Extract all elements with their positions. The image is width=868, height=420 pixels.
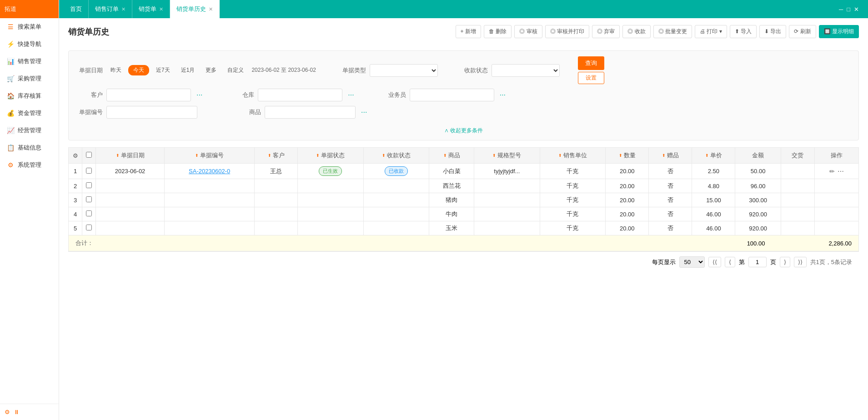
- toolbar-btn-refresh[interactable]: ⟳ 刷新: [789, 25, 816, 38]
- td-customer: [255, 221, 298, 235]
- collapse-btn[interactable]: ∧ 收起更多条件: [444, 127, 483, 135]
- td-checkbox[interactable]: [82, 193, 96, 207]
- tab-close-sales-history[interactable]: ✕: [209, 6, 213, 12]
- doc-number-input[interactable]: [106, 106, 197, 119]
- tab-home[interactable]: 首页: [64, 0, 89, 18]
- toolbar-btn-print[interactable]: 🖨 打印 ▾: [695, 25, 727, 38]
- maximize-icon[interactable]: □: [847, 6, 850, 13]
- td-number[interactable]: [165, 193, 255, 207]
- sidebar-item-sys-mgmt[interactable]: ⚙系统管理: [0, 156, 59, 174]
- sidebar-item-purchase-mgmt[interactable]: 🛒采购管理: [0, 70, 59, 87]
- action-edit-0[interactable]: ✏: [829, 168, 835, 175]
- th-settings[interactable]: ⚙: [69, 148, 82, 164]
- sidebar: 拓道 ☰搜索菜单⚡快捷导航📊销售管理🛒采购管理🏠库存核算💰资金管理📈经营管理📋基…: [0, 0, 59, 420]
- toolbar-btn-abandon[interactable]: ◎ 弃审: [592, 25, 620, 38]
- th-date[interactable]: ⬆单据日期: [96, 148, 165, 164]
- toolbar-btn-import[interactable]: ⬆ 导入: [730, 25, 757, 38]
- warehouse-ellipsis[interactable]: ···: [346, 91, 356, 99]
- customer-input[interactable]: [106, 89, 191, 101]
- td-checkbox[interactable]: [82, 207, 96, 221]
- sidebar-item-inventory[interactable]: 🏠库存核算: [0, 87, 59, 105]
- toolbar-btn-show-detail[interactable]: 🔲 显示明细: [819, 25, 859, 38]
- sidebar-item-operations[interactable]: 📈经营管理: [0, 122, 59, 139]
- next-page-btn[interactable]: ⟩: [780, 257, 790, 267]
- date-options-group: 昨天 今天 近7天 近1月 更多 自定义: [106, 65, 248, 75]
- th-goods[interactable]: ⬆商品: [429, 148, 474, 164]
- toolbar-btn-collect[interactable]: ◎ 收款: [622, 25, 650, 38]
- toolbar-btn-batch-change[interactable]: ◎ 批量变更: [653, 25, 692, 38]
- pause-footer-icon[interactable]: ⏸: [14, 409, 20, 415]
- tab-sales-order[interactable]: 销售订单✕: [89, 0, 132, 18]
- salesperson-input[interactable]: [410, 89, 494, 101]
- doc-link-0[interactable]: SA-20230602-0: [189, 168, 230, 175]
- sidebar-icon-purchase-mgmt: 🛒: [7, 75, 14, 82]
- toolbar-btn-export[interactable]: ⬇ 导出: [759, 25, 786, 38]
- td-qty: 20.00: [606, 193, 649, 207]
- salesperson-ellipsis[interactable]: ···: [498, 91, 507, 99]
- payment-status-select[interactable]: [492, 64, 560, 77]
- row-checkbox-2[interactable]: [86, 196, 92, 202]
- tab-close-sales-goods[interactable]: ✕: [159, 6, 163, 12]
- th-gift[interactable]: ⬆赠品: [649, 148, 692, 164]
- td-number[interactable]: [165, 179, 255, 193]
- row-checkbox-3[interactable]: [86, 210, 92, 216]
- goods-ellipsis[interactable]: ···: [359, 108, 369, 116]
- tab-sales-history[interactable]: 销货单历史✕: [170, 0, 220, 18]
- sidebar-item-search-menu[interactable]: ☰搜索菜单: [0, 18, 59, 35]
- th-unit[interactable]: ⬆销售单位: [540, 148, 606, 164]
- row-checkbox-0[interactable]: [86, 168, 92, 174]
- per-page-select[interactable]: 50 100: [679, 256, 705, 268]
- date-btn-1month[interactable]: 近1月: [177, 65, 199, 75]
- td-checkbox[interactable]: [82, 179, 96, 193]
- page-input[interactable]: [748, 257, 767, 267]
- td-number[interactable]: SA-20230602-0: [165, 164, 255, 179]
- td-number[interactable]: [165, 207, 255, 221]
- th-payment-status[interactable]: ⬆收款状态: [363, 148, 429, 164]
- sidebar-item-quick-nav[interactable]: ⚡快捷导航: [0, 35, 59, 53]
- collapse-row: ∧ 收起更多条件: [75, 123, 852, 135]
- date-btn-today[interactable]: 今天: [128, 65, 149, 75]
- close-window-icon[interactable]: ✕: [854, 6, 859, 13]
- td-qty: 20.00: [606, 221, 649, 235]
- action-more-0[interactable]: ⋯: [838, 168, 844, 175]
- th-price[interactable]: ⬆单价: [692, 148, 735, 164]
- prev-page-btn[interactable]: ⟨: [725, 257, 735, 267]
- tab-close-sales-order[interactable]: ✕: [121, 6, 125, 12]
- th-doc-status[interactable]: ⬆单据状态: [298, 148, 364, 164]
- goods-input[interactable]: [265, 106, 356, 119]
- set-button[interactable]: 设置: [578, 72, 604, 84]
- sidebar-item-finance[interactable]: 💰资金管理: [0, 105, 59, 122]
- first-page-btn[interactable]: ⟨⟨: [708, 257, 721, 267]
- td-checkbox[interactable]: [82, 164, 96, 179]
- warehouse-input[interactable]: [258, 89, 342, 101]
- doc-type-select[interactable]: [370, 64, 438, 77]
- row-checkbox-4[interactable]: [86, 225, 92, 230]
- toolbar-btn-review-print[interactable]: ◎ 审核并打印: [545, 25, 589, 38]
- td-checkbox[interactable]: [82, 221, 96, 235]
- toolbar-btn-review[interactable]: ◎ 审核: [514, 25, 542, 38]
- date-btn-yesterday[interactable]: 昨天: [106, 65, 125, 75]
- sidebar-item-base-info[interactable]: 📋基础信息: [0, 139, 59, 156]
- td-price: 46.00: [692, 221, 735, 235]
- minimize-icon[interactable]: ─: [839, 6, 843, 13]
- th-number[interactable]: ⬆单据编号: [165, 148, 255, 164]
- date-btn-custom[interactable]: 自定义: [223, 65, 248, 75]
- th-qty[interactable]: ⬆数量: [606, 148, 649, 164]
- select-all-checkbox[interactable]: [86, 152, 92, 158]
- row-checkbox-1[interactable]: [86, 182, 92, 188]
- sidebar-item-sales-mgmt[interactable]: 📊销售管理: [0, 53, 59, 70]
- tab-sales-goods[interactable]: 销货单✕: [132, 0, 170, 18]
- settings-footer-icon[interactable]: ⚙: [5, 409, 10, 415]
- th-spec[interactable]: ⬆规格型号: [474, 148, 540, 164]
- toolbar-btn-delete[interactable]: 🗑 删除: [484, 25, 512, 38]
- td-number[interactable]: [165, 221, 255, 235]
- date-btn-more[interactable]: 更多: [201, 65, 221, 75]
- customer-ellipsis[interactable]: ···: [195, 91, 204, 99]
- date-btn-7days[interactable]: 近7天: [152, 65, 174, 75]
- sidebar-footer: ⚙ ⏸: [0, 404, 59, 420]
- th-customer[interactable]: ⬆客户: [255, 148, 298, 164]
- query-button[interactable]: 查询: [578, 56, 604, 70]
- settings-th-icon[interactable]: ⚙: [73, 152, 78, 159]
- last-page-btn[interactable]: ⟩⟩: [794, 257, 807, 267]
- toolbar-btn-add[interactable]: + 新增: [456, 25, 481, 38]
